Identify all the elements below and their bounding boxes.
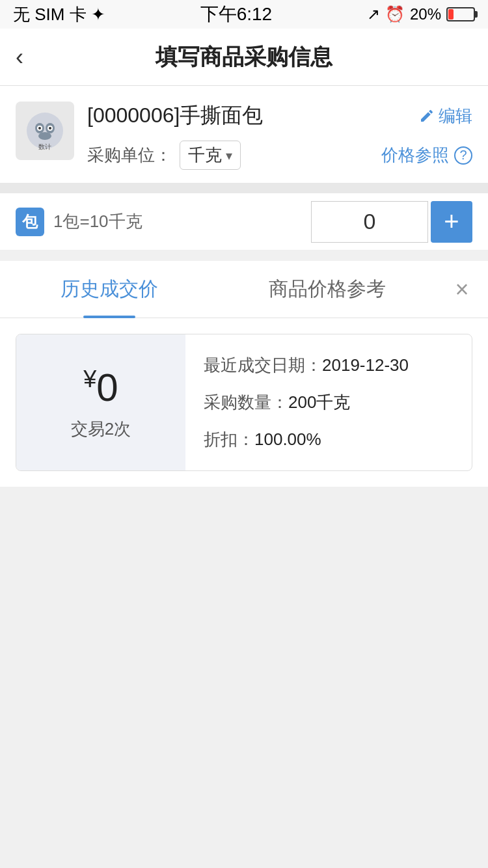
price-card: ¥0 交易2次 最近成交日期：2019-12-30 采购数量：200千克 折扣：… (16, 334, 472, 471)
tab-history-label: 历史成交价 (61, 276, 158, 303)
battery-icon (446, 7, 475, 21)
back-button[interactable]: ‹ (16, 44, 23, 71)
product-thumbnail: 数计 (16, 102, 74, 160)
product-name-row: [0000006]手撕面包 编辑 (87, 102, 472, 130)
battery-percent: 20% (410, 5, 441, 23)
status-right: ↗ ⏰ 20% (367, 5, 475, 23)
battery-fill (448, 9, 454, 20)
discount-row: 折扣：100.00% (204, 427, 454, 452)
svg-point-7 (38, 132, 51, 140)
product-row: 数计 [0000006]手撕面包 编辑 采购单位： (16, 102, 472, 170)
tab-price-reference[interactable]: 商品价格参考 (218, 261, 436, 318)
quantity-row: 包 1包=10千克 + (0, 193, 488, 251)
unit-value: 千克 (188, 144, 222, 167)
quantity-input[interactable] (311, 201, 428, 243)
svg-point-6 (49, 127, 51, 129)
svg-point-5 (38, 127, 41, 129)
price-card-left: ¥0 交易2次 (16, 334, 185, 470)
product-name: [0000006]手撕面包 (87, 102, 263, 130)
svg-text:数计: 数计 (38, 143, 51, 150)
chevron-down-icon: ▾ (226, 148, 232, 163)
status-bar: 无 SIM 卡 ✦ 下午6:12 ↗ ⏰ 20% (0, 0, 488, 29)
yen-symbol: ¥ (83, 366, 96, 392)
tab-active-indicator (83, 316, 135, 318)
location-icon: ↗ (367, 5, 380, 23)
unit-label: 采购单位： (87, 145, 172, 165)
qty-unit-info: 包 1包=10千克 (16, 208, 142, 236)
product-title: 手撕面包 (180, 103, 263, 127)
tab-reference-label: 商品价格参考 (269, 276, 386, 303)
product-id: [0000006] (87, 103, 180, 127)
product-info: [0000006]手撕面包 编辑 采购单位： 千克 ▾ (87, 102, 472, 170)
main-content-area (0, 487, 488, 868)
tabs-header: 历史成交价 商品价格参考 × (0, 261, 488, 318)
price-ref-label: 价格参照 (381, 144, 449, 167)
status-left: 无 SIM 卡 ✦ (13, 3, 105, 26)
discount-value: 100.00% (254, 429, 321, 449)
recent-date-label: 最近成交日期： (204, 355, 322, 375)
price-card-right: 最近成交日期：2019-12-30 采购数量：200千克 折扣：100.00% (185, 334, 472, 470)
qty-row: 采购数量：200千克 (204, 390, 454, 415)
header: ‹ 填写商品采购信息 (0, 29, 488, 86)
unit-conversion-text: 1包=10千克 (53, 210, 142, 233)
tab-history-price[interactable]: 历史成交价 (0, 261, 218, 318)
section-divider (0, 183, 488, 193)
qty-label: 采购数量： (204, 392, 288, 412)
page-title: 填写商品采购信息 (156, 42, 332, 72)
status-time: 下午6:12 (200, 2, 273, 27)
sim-signal-text: 无 SIM 卡 ✦ (13, 3, 105, 26)
discount-label: 折扣： (204, 429, 254, 449)
product-section: 数计 [0000006]手撕面包 编辑 采购单位： (0, 86, 488, 183)
help-circle-icon: ? (454, 146, 472, 165)
unit-badge: 包 (16, 208, 44, 236)
transaction-count: 交易2次 (71, 418, 131, 441)
recent-date-value: 2019-12-30 (322, 355, 409, 375)
qty-value: 200千克 (288, 392, 350, 412)
unit-label-group: 采购单位： 千克 ▾ (87, 141, 241, 170)
edit-label: 编辑 (439, 105, 472, 128)
qty-controls: + (311, 201, 472, 243)
edit-icon (419, 108, 435, 124)
price-display: ¥0 (83, 365, 118, 410)
product-thumb-icon: 数计 (25, 111, 64, 150)
tabs-section: 历史成交价 商品价格参考 × ¥0 交易2次 最近成交日期：2019-12-30 (0, 261, 488, 487)
qty-plus-button[interactable]: + (431, 201, 472, 243)
price-ref-button[interactable]: 价格参照 ? (381, 144, 472, 167)
price-card-area: ¥0 交易2次 最近成交日期：2019-12-30 采购数量：200千克 折扣：… (0, 318, 488, 487)
unit-select[interactable]: 千克 ▾ (180, 141, 241, 170)
tab-close-button[interactable]: × (436, 276, 488, 303)
recent-date-row: 最近成交日期：2019-12-30 (204, 353, 454, 378)
price-number: 0 (96, 366, 118, 409)
alarm-icon: ⏰ (385, 5, 405, 23)
edit-button[interactable]: 编辑 (419, 105, 472, 128)
product-unit-row: 采购单位： 千克 ▾ 价格参照 ? (87, 141, 472, 170)
